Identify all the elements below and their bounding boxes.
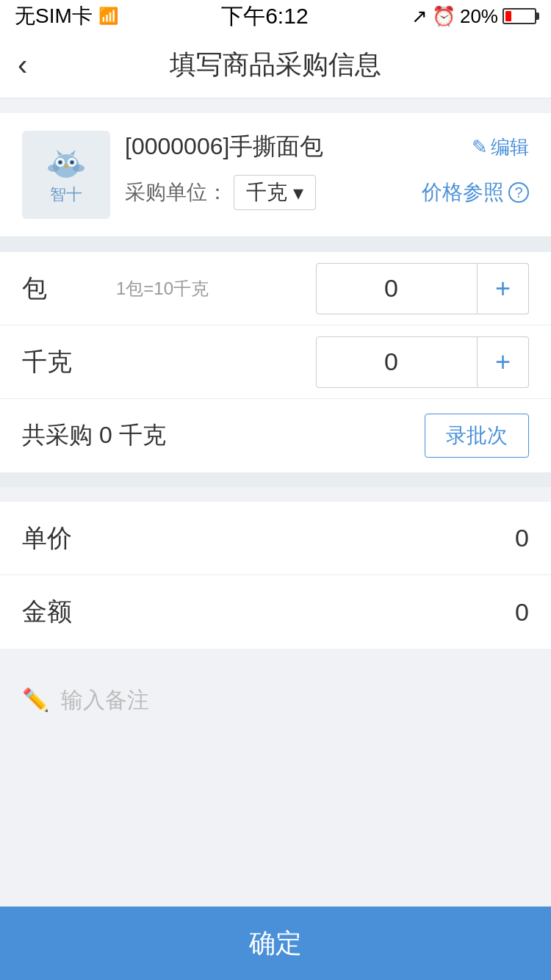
svg-point-8: [71, 161, 73, 164]
package-controls: +: [209, 263, 529, 314]
unit-price-label: 单价: [22, 522, 72, 555]
record-batch-button[interactable]: 录批次: [425, 414, 529, 458]
svg-marker-10: [57, 150, 62, 156]
nav-bar: ‹ 填写商品采购信息: [0, 32, 551, 98]
status-time: 下午6:12: [221, 1, 308, 32]
purchase-unit-label: 采购单位：: [125, 179, 228, 206]
package-sublabel: 1包=10千克: [116, 277, 209, 300]
page-title: 填写商品采购信息: [170, 47, 381, 83]
purchase-unit-row: 采购单位： 千克 ▾ 价格参照 ?: [125, 175, 529, 210]
notes-section[interactable]: ✏️ 输入备注: [0, 663, 551, 752]
amount-row: 金额 0: [0, 575, 551, 649]
kg-input[interactable]: [316, 336, 478, 388]
chevron-down-icon: ▾: [293, 181, 303, 205]
edit-icon: ✎: [472, 136, 488, 159]
kg-controls: +: [110, 336, 529, 388]
price-ref-button[interactable]: 价格参照 ?: [422, 179, 529, 206]
package-input[interactable]: [316, 263, 478, 314]
kg-label: 千克: [22, 345, 110, 379]
notes-placeholder: 输入备注: [61, 685, 149, 716]
battery-indicator: [503, 8, 536, 24]
carrier-text: 无SIM卡: [15, 2, 93, 30]
svg-point-7: [59, 161, 62, 164]
total-label: 共采购 0 千克: [22, 419, 166, 452]
wifi-icon: 📶: [98, 7, 118, 26]
unit-select[interactable]: 千克 ▾: [234, 175, 316, 210]
brand-label: 智十: [50, 184, 82, 206]
battery-percent: 20%: [460, 5, 498, 28]
section-divider-1: [0, 237, 551, 252]
back-button[interactable]: ‹: [18, 48, 27, 82]
product-info: [0000006]手撕面包 ✎ 编辑 采购单位： 千克 ▾ 价格参照 ?: [125, 131, 529, 210]
package-label: 包: [22, 272, 110, 306]
svg-marker-11: [70, 150, 76, 156]
edit-label: 编辑: [491, 134, 529, 160]
unit-price-value: 0: [515, 524, 529, 552]
product-name: [0000006]手撕面包: [125, 131, 323, 163]
product-name-row: [0000006]手撕面包 ✎ 编辑: [125, 131, 529, 163]
help-icon: ?: [508, 182, 529, 203]
unit-value: 千克: [246, 179, 287, 206]
price-section: 单价 0 金额 0: [0, 502, 551, 649]
alarm-icon: ⏰: [432, 5, 455, 28]
confirm-button[interactable]: 确定: [0, 907, 551, 980]
edit-button[interactable]: ✎ 编辑: [472, 134, 529, 160]
pencil-icon: ✏️: [22, 687, 49, 713]
status-bar: 无SIM卡 📶 下午6:12 ↗ ⏰ 20%: [0, 0, 551, 32]
kg-plus-button[interactable]: +: [478, 336, 529, 388]
product-image: 智十: [22, 131, 110, 219]
section-divider-2: [0, 472, 551, 487]
kg-row: 千克 +: [0, 325, 551, 399]
location-icon: ↗: [411, 5, 428, 28]
status-right: ↗ ⏰ 20%: [411, 5, 536, 28]
status-left: 无SIM卡 📶: [15, 2, 118, 30]
unit-price-row: 单价 0: [0, 502, 551, 575]
product-logo: [44, 144, 88, 181]
battery-fill: [505, 11, 511, 21]
total-row: 共采购 0 千克 录批次: [0, 399, 551, 472]
product-card: 智十 [0000006]手撕面包 ✎ 编辑 采购单位： 千克 ▾ 价格参照 ?: [0, 113, 551, 237]
package-row: 包 1包=10千克 +: [0, 252, 551, 325]
price-ref-label: 价格参照: [422, 179, 504, 206]
amount-value: 0: [515, 598, 529, 627]
input-section: 包 1包=10千克 + 千克 +: [0, 252, 551, 399]
package-plus-button[interactable]: +: [478, 263, 529, 314]
amount-label: 金额: [22, 595, 72, 629]
